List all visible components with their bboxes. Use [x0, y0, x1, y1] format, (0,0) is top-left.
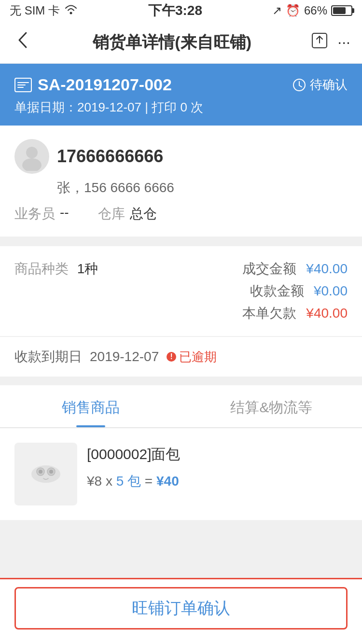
tab-settlement-label: 结算&物流等: [230, 399, 312, 415]
debt-amount-row: 本单欠款 ¥40.00: [242, 304, 348, 322]
sales-rep-item: 业务员 --: [14, 205, 69, 223]
page-title: 销货单详情(来自旺铺): [33, 31, 311, 54]
sales-rep-label: 业务员: [14, 205, 55, 223]
wifi-icon: [64, 4, 78, 17]
deal-amount-label: 成交金额: [242, 260, 296, 278]
warehouse-label: 仓库: [98, 205, 125, 223]
product-equals: =: [145, 474, 156, 489]
svg-point-10: [49, 470, 53, 474]
overdue-badge: ! 已逾期: [167, 349, 217, 365]
overdue-text: 已逾期: [179, 349, 217, 365]
received-amount-row: 收款金额 ¥0.00: [250, 282, 348, 300]
order-date: 单据日期：2019-12-07 | 打印 0 次: [14, 99, 348, 116]
alarm-icon: ⏰: [286, 4, 300, 17]
customer-phone: 17666666666: [57, 146, 163, 167]
product-types-value: 1种: [77, 261, 98, 276]
status-bar-left: 无 SIM 卡: [10, 3, 78, 18]
svg-point-0: [70, 12, 72, 14]
avatar: [14, 139, 49, 174]
amounts: 成交金额 ¥40.00 收款金额 ¥0.00 本单欠款 ¥40.00: [242, 260, 348, 322]
svg-point-4: [26, 147, 38, 158]
order-id: SA-20191207-002: [14, 75, 172, 94]
product-multiply: x: [106, 474, 116, 489]
received-amount-value: ¥0.00: [314, 283, 348, 299]
back-button[interactable]: [12, 26, 33, 58]
svg-point-6: [31, 465, 60, 483]
summary-section: 商品种类 1种 成交金额 ¥40.00 收款金额 ¥0.00 本单欠款 ¥40.…: [0, 246, 362, 336]
product-total: ¥40: [156, 474, 179, 489]
product-types-label: 商品种类: [14, 261, 69, 276]
deal-amount-row: 成交金额 ¥40.00: [242, 260, 348, 278]
product-unit-price: ¥8: [87, 474, 102, 489]
svg-point-9: [39, 470, 42, 474]
warehouse-value: 总仓: [130, 205, 157, 223]
status-bar-right: ↗ ⏰ 66%: [272, 4, 352, 17]
order-status-text: 待确认: [310, 76, 348, 93]
nav-bar: 销货单详情(来自旺铺) ···: [0, 21, 362, 64]
confirm-button[interactable]: 旺铺订单确认: [14, 587, 348, 630]
svg-point-5: [22, 158, 42, 171]
product-qty: 5: [116, 474, 124, 489]
customer-section: 17666666666 张，156 6666 6666 业务员 -- 仓库 总仓: [0, 126, 362, 237]
sales-rep-value: --: [60, 205, 69, 223]
tab-settlement[interactable]: 结算&物流等: [181, 385, 362, 427]
product-info: [0000002]面包 ¥8 x 5 包 = ¥40: [87, 443, 348, 505]
due-date-label: 收款到期日: [14, 348, 82, 366]
status-bar-time: 下午3:28: [148, 1, 202, 20]
status-bar: 无 SIM 卡 下午3:28 ↗ ⏰ 66%: [0, 0, 362, 21]
product-list: [0000002]面包 ¥8 x 5 包 = ¥40: [0, 428, 362, 520]
order-status: 待确认: [292, 76, 348, 93]
share-icon[interactable]: [311, 32, 328, 53]
tab-bar: 销售商品 结算&物流等: [0, 385, 362, 428]
tab-sales-products-label: 销售商品: [62, 399, 120, 415]
due-date-section: 收款到期日 2019-12-07 ! 已逾期: [0, 336, 362, 377]
order-id-text: SA-20191207-002: [38, 75, 172, 94]
tab-sales-products[interactable]: 销售商品: [0, 385, 181, 427]
product-price-line: ¥8 x 5 包 = ¥40: [87, 472, 348, 490]
debt-amount-value: ¥40.00: [306, 306, 348, 321]
warehouse-item: 仓库 总仓: [98, 205, 157, 223]
due-date-value: 2019-12-07: [90, 349, 159, 364]
nav-actions: ···: [311, 32, 350, 53]
product-thumbnail: [14, 443, 77, 505]
product-unit: 包: [127, 474, 141, 489]
deal-amount-value: ¥40.00: [306, 261, 348, 277]
order-header: SA-20191207-002 待确认 单据日期：2019-12-07 | 打印…: [0, 64, 362, 126]
carrier-text: 无 SIM 卡: [10, 3, 60, 18]
product-types: 商品种类 1种: [14, 260, 98, 278]
overdue-dot-icon: !: [167, 352, 176, 362]
battery-percent: 66%: [304, 4, 327, 17]
product-item: [0000002]面包 ¥8 x 5 包 = ¥40: [0, 428, 362, 520]
more-icon[interactable]: ···: [337, 33, 350, 51]
battery-icon: [331, 5, 352, 16]
bottom-bar: 旺铺订单确认: [0, 578, 362, 644]
debt-amount-label: 本单欠款: [242, 304, 296, 322]
location-icon: ↗: [272, 4, 282, 17]
received-amount-label: 收款金额: [250, 282, 304, 300]
customer-name: 张，156 6666 6666: [14, 179, 348, 197]
customer-meta: 业务员 -- 仓库 总仓: [14, 205, 348, 223]
product-name: [0000002]面包: [87, 445, 348, 464]
